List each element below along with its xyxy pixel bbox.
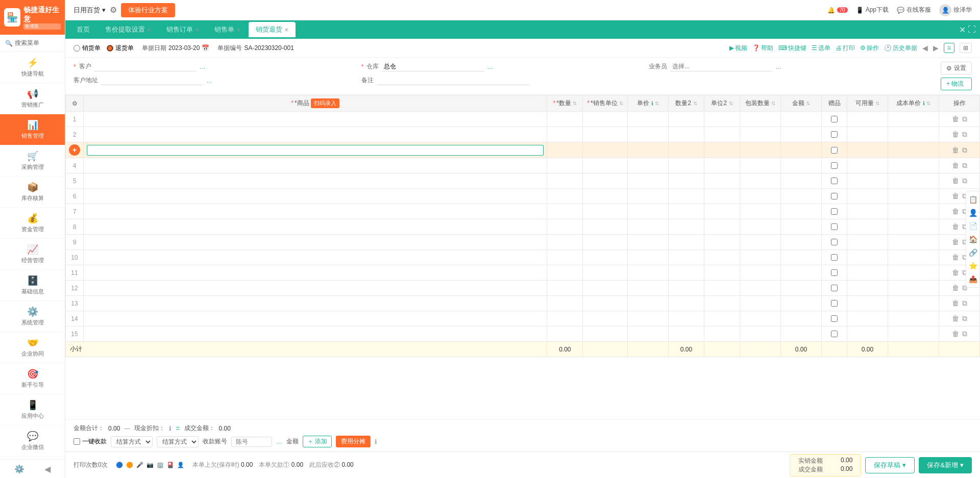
product-cell-2[interactable] <box>84 127 547 142</box>
view-table-btn[interactable]: ≡ <box>944 43 954 53</box>
sidebar-item-finance[interactable]: 💰 资金管理 <box>0 208 65 239</box>
copy-icon-14[interactable]: ⧉ <box>962 314 967 323</box>
salesperson-dots[interactable]: … <box>775 63 781 70</box>
sidebar-item-guide[interactable]: 🎯 新手引导 <box>0 363 65 394</box>
available-cell-2[interactable] <box>847 127 888 142</box>
radio-return-input[interactable] <box>107 45 113 52</box>
copy-icon-3[interactable]: ⧉ <box>962 146 967 155</box>
save-new-btn[interactable]: 保存&新增 ▾ <box>919 457 972 473</box>
unit-cell-2[interactable] <box>583 127 628 142</box>
copy-icon-5[interactable]: ⧉ <box>962 177 967 185</box>
sidebar-item-wechat[interactable]: 💬 企业微信 <box>0 425 65 457</box>
delete-icon-9[interactable]: 🗑 <box>952 238 959 246</box>
radio-sales[interactable]: 销货单 <box>74 44 101 53</box>
delete-icon-11[interactable]: 🗑 <box>952 268 959 277</box>
calendar-icon[interactable]: 📅 <box>202 44 209 52</box>
view-grid-btn[interactable]: ⊞ <box>960 43 972 53</box>
sidebar-item-enterprise[interactable]: 🤝 企业协同 <box>0 332 65 363</box>
fee-help-icon[interactable]: ℹ <box>375 438 377 445</box>
amount-cell-3[interactable] <box>781 142 822 158</box>
one-key-payment-checkbox[interactable]: 一键收款 <box>74 437 107 446</box>
cost-sort-icon[interactable]: ⇅ <box>926 100 930 106</box>
qty2-cell-3[interactable] <box>669 142 704 158</box>
save-draft-btn[interactable]: 保存草稿 ▾ <box>865 457 915 473</box>
tab-close-sales-delivery[interactable]: ✕ <box>236 27 240 33</box>
radio-return[interactable]: 退货单 <box>107 44 134 53</box>
delete-icon-13[interactable]: 🗑 <box>952 299 959 308</box>
select-link[interactable]: ☰ 选单 <box>812 44 830 53</box>
delete-icon-10[interactable]: 🗑 <box>952 253 959 262</box>
tab-sales-delivery[interactable]: 销售单 ✕ <box>207 22 248 37</box>
delete-icon-3[interactable]: 🗑 <box>952 146 959 155</box>
help-link[interactable]: ❓ 帮助 <box>752 44 773 53</box>
sidebar-item-system[interactable]: ⚙️ 系统管理 <box>0 301 65 332</box>
account-dots[interactable]: … <box>276 438 282 445</box>
warehouse-input[interactable] <box>382 62 484 71</box>
discount-help-icon[interactable]: ℹ <box>169 425 172 432</box>
operate-link[interactable]: ⚙ 操作 <box>860 44 879 53</box>
column-settings-icon[interactable]: ⚙ <box>72 100 78 107</box>
pack-cell-1[interactable] <box>740 112 781 127</box>
logistics-btn[interactable]: + 物流 <box>941 78 972 90</box>
customer-dots[interactable]: … <box>200 63 206 70</box>
search-menu[interactable]: 🔍 搜索菜单 <box>0 35 65 52</box>
one-key-payment-input[interactable] <box>74 438 80 445</box>
sidebar-item-shortcut[interactable]: ⚡ 快捷导航 <box>0 52 65 83</box>
user-item[interactable]: 👤 徐泽华 <box>939 4 972 16</box>
tab-close-sales-return[interactable]: ✕ <box>284 27 288 33</box>
customer-input[interactable] <box>94 62 197 71</box>
unit2-sort-icon[interactable]: ⇅ <box>729 100 733 106</box>
qty-cell-2[interactable] <box>547 127 583 142</box>
available-cell-1[interactable] <box>847 112 888 127</box>
price-cell-2[interactable] <box>628 127 669 142</box>
rs-link-icon[interactable]: 🔗 <box>967 246 979 259</box>
rs-document-icon[interactable]: 📄 <box>967 220 979 232</box>
nav-next-btn[interactable]: ▶ <box>933 44 939 52</box>
scan-entry-btn[interactable]: 扫码录入 <box>311 98 339 108</box>
gift-checkbox-6[interactable] <box>831 193 838 199</box>
delete-icon-2[interactable]: 🗑 <box>952 130 959 139</box>
sidebar-settings-btn[interactable]: ⚙️ <box>14 464 24 474</box>
copy-icon-4[interactable]: ⧉ <box>962 161 967 170</box>
radio-sales-input[interactable] <box>74 45 80 52</box>
amount-sort-icon[interactable]: ⇅ <box>806 100 810 106</box>
gift-checkbox-9[interactable] <box>831 239 838 245</box>
qty2-cell-1[interactable] <box>669 112 704 127</box>
delete-icon-5[interactable]: 🗑 <box>952 177 959 185</box>
amount-cell-2[interactable] <box>781 127 822 142</box>
add-row-btn[interactable]: + <box>69 144 80 156</box>
gift-checkbox-4[interactable] <box>831 162 838 169</box>
notification-item[interactable]: 🔔 70 <box>827 7 848 14</box>
gift-checkbox-8[interactable] <box>831 223 838 230</box>
cost-cell-1[interactable] <box>888 112 939 127</box>
rs-upload-icon[interactable]: 📤 <box>967 273 979 285</box>
copy-icon-13[interactable]: ⧉ <box>962 299 967 308</box>
history-link[interactable]: 🕐 历史单据 <box>884 44 917 53</box>
price-cell-1[interactable] <box>628 112 669 127</box>
experience-btn[interactable]: 体验行业方案 <box>121 3 175 17</box>
delete-icon-12[interactable]: 🗑 <box>952 284 959 292</box>
unit-cell-1[interactable] <box>583 112 628 127</box>
delete-icon-1[interactable]: 🗑 <box>952 115 959 123</box>
rs-clipboard-icon[interactable]: 📋 <box>967 193 979 206</box>
price-sort-icon[interactable]: ⇅ <box>655 100 659 106</box>
warehouse-dots[interactable]: … <box>487 63 493 70</box>
rs-user-icon[interactable]: 👤 <box>967 207 979 219</box>
qty2-cell-2[interactable] <box>669 127 704 142</box>
app-download-item[interactable]: 📱 App下载 <box>856 6 889 14</box>
unit-cell-3[interactable] <box>583 142 628 158</box>
topbar-gear-icon[interactable]: ⚙ <box>110 5 117 15</box>
pack-sort-icon[interactable]: ⇅ <box>771 100 775 106</box>
salesperson-input[interactable] <box>670 62 772 71</box>
add-btn[interactable]: ＋ 添加 <box>303 436 332 447</box>
sidebar-item-purchase[interactable]: 🛒 采购管理 <box>0 145 65 177</box>
shortcut-link[interactable]: ⌨ 快捷键 <box>778 44 806 53</box>
copy-icon-1[interactable]: ⧉ <box>962 115 967 123</box>
pack-cell-2[interactable] <box>740 127 781 142</box>
gift-checkbox-2[interactable] <box>831 131 838 138</box>
pack-cell-3[interactable] <box>740 142 781 158</box>
amount-cell-1[interactable] <box>781 112 822 127</box>
sidebar-item-marketing[interactable]: 📢 营销推广 <box>0 83 65 114</box>
settlement-select[interactable]: 结算方式 <box>111 436 153 447</box>
online-service-item[interactable]: 💬 在线客服 <box>897 6 931 14</box>
